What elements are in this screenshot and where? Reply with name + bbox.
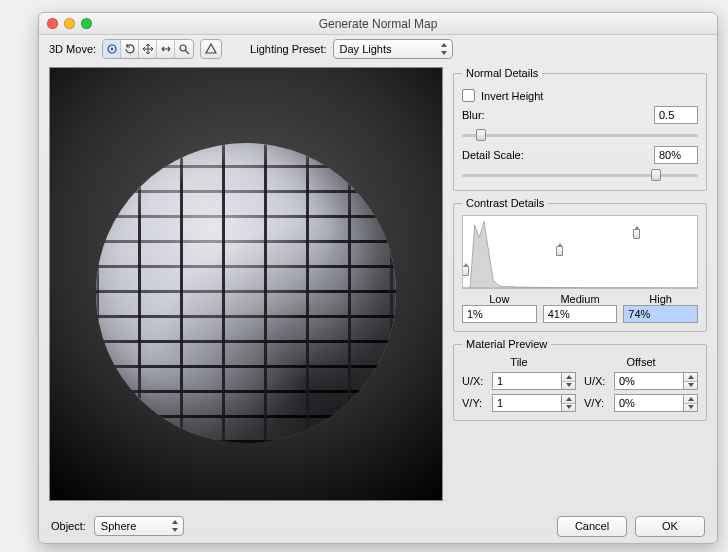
tile-vy-label: V/Y: xyxy=(462,397,488,409)
ok-button[interactable]: OK xyxy=(635,516,705,537)
material-preview-legend: Material Preview xyxy=(462,338,551,350)
reset-view-icon[interactable] xyxy=(200,39,222,59)
move-tool-group xyxy=(102,39,194,59)
blur-slider[interactable] xyxy=(462,128,698,142)
high-handle[interactable] xyxy=(633,229,640,239)
normal-details-legend: Normal Details xyxy=(462,67,542,79)
contrast-details-group: Contrast Details Low 1% Medium xyxy=(453,197,707,332)
offset-ux-stepper[interactable]: 0% xyxy=(614,372,698,390)
tile-header: Tile xyxy=(462,356,576,368)
window-title: Generate Normal Map xyxy=(39,17,717,31)
invert-height-label: Invert Height xyxy=(481,90,543,102)
detail-scale-slider[interactable] xyxy=(462,168,698,182)
low-handle[interactable] xyxy=(462,266,469,276)
step-up-icon[interactable] xyxy=(684,395,697,404)
roll-tool-icon[interactable] xyxy=(121,40,139,58)
toolbar: 3D Move: Lighting Preset: Day Lights xyxy=(39,35,717,63)
step-down-icon[interactable] xyxy=(684,382,697,390)
slider-thumb[interactable] xyxy=(651,169,661,181)
offset-vy-stepper[interactable]: 0% xyxy=(614,394,698,412)
contrast-details-legend: Contrast Details xyxy=(462,197,548,209)
move-label: 3D Move: xyxy=(49,43,96,55)
dialog-window: Generate Normal Map 3D Move: Lighting Pr… xyxy=(38,12,718,544)
cancel-button[interactable]: Cancel xyxy=(557,516,627,537)
step-down-icon[interactable] xyxy=(562,404,575,412)
preview-viewport[interactable] xyxy=(49,67,443,501)
tile-vy-stepper[interactable]: 1 xyxy=(492,394,576,412)
step-down-icon[interactable] xyxy=(562,382,575,390)
histogram[interactable] xyxy=(462,215,698,289)
slide-tool-icon[interactable] xyxy=(157,40,175,58)
chevron-updown-icon xyxy=(440,42,448,56)
lighting-preset-select[interactable]: Day Lights xyxy=(333,39,453,59)
histogram-graph xyxy=(463,216,697,288)
object-value: Sphere xyxy=(101,520,136,532)
blur-input[interactable]: 0.5 xyxy=(654,106,698,124)
tile-ux-stepper[interactable]: 1 xyxy=(492,372,576,390)
step-up-icon[interactable] xyxy=(562,395,575,404)
medium-label: Medium xyxy=(543,293,618,305)
orbit-tool-icon[interactable] xyxy=(103,40,121,58)
blur-label: Blur: xyxy=(462,109,532,121)
high-label: High xyxy=(623,293,698,305)
step-up-icon[interactable] xyxy=(684,373,697,382)
preview-sphere xyxy=(96,143,396,443)
slider-thumb[interactable] xyxy=(476,129,486,141)
step-down-icon[interactable] xyxy=(684,404,697,412)
offset-ux-label: U/X: xyxy=(584,375,610,387)
high-input[interactable]: 74% xyxy=(623,305,698,323)
object-label: Object: xyxy=(51,520,86,532)
lighting-label: Lighting Preset: xyxy=(250,43,326,55)
titlebar: Generate Normal Map xyxy=(39,13,717,35)
svg-point-1 xyxy=(110,48,112,50)
pan-tool-icon[interactable] xyxy=(139,40,157,58)
settings-panel: Normal Details Invert Height Blur: 0.5 xyxy=(453,67,707,501)
offset-vy-label: V/Y: xyxy=(584,397,610,409)
material-preview-group: Material Preview Tile U/X: 1 V/Y: xyxy=(453,338,707,421)
lighting-preset-value: Day Lights xyxy=(340,43,392,55)
offset-header: Offset xyxy=(584,356,698,368)
svg-point-2 xyxy=(180,45,186,51)
normal-details-group: Normal Details Invert Height Blur: 0.5 xyxy=(453,67,707,191)
chevron-updown-icon xyxy=(171,519,179,533)
medium-input[interactable]: 41% xyxy=(543,305,618,323)
detail-scale-label: Detail Scale: xyxy=(462,149,532,161)
detail-scale-input[interactable]: 80% xyxy=(654,146,698,164)
footer: Object: Sphere Cancel OK xyxy=(39,509,717,543)
medium-handle[interactable] xyxy=(556,246,563,256)
low-label: Low xyxy=(462,293,537,305)
object-select[interactable]: Sphere xyxy=(94,516,184,536)
step-up-icon[interactable] xyxy=(562,373,575,382)
zoom-tool-icon[interactable] xyxy=(175,40,193,58)
low-input[interactable]: 1% xyxy=(462,305,537,323)
invert-height-checkbox[interactable] xyxy=(462,89,475,102)
tile-ux-label: U/X: xyxy=(462,375,488,387)
